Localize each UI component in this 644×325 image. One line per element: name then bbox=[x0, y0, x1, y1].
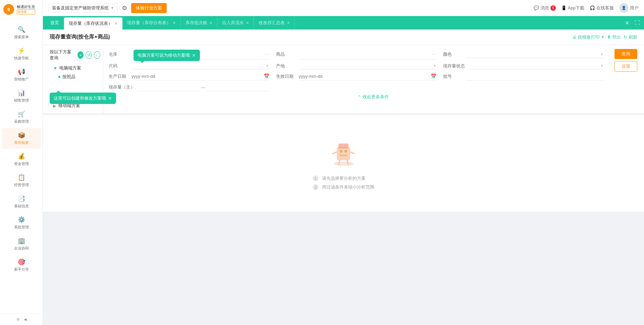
tab-inventory-dist-close[interactable]: ✕ bbox=[173, 21, 176, 25]
sidebar-label-finance: 资金管理 bbox=[14, 161, 29, 166]
sidebar-item-purchase[interactable]: 🛒 采购管理 bbox=[2, 107, 41, 127]
chevron-down-icon: ▼ bbox=[266, 64, 269, 68]
fullscreen-icon[interactable]: ⛶ bbox=[633, 18, 641, 28]
batch-input[interactable] bbox=[466, 72, 604, 80]
tab-batch-ledger[interactable]: 库存批次账 ✕ bbox=[181, 16, 217, 30]
size-select[interactable]: ▼ bbox=[131, 62, 269, 69]
main-area: 装备及固定资产辅助管理系统 ▼ ⚙ 体验行业方案 💬 消息 6 📱 App下载 … bbox=[43, 0, 644, 325]
collapse-icon: ◀ bbox=[24, 317, 26, 322]
tab-recv-summary-label: 收发存汇总表 bbox=[259, 20, 285, 26]
expire-date-input[interactable] bbox=[299, 74, 430, 79]
tab-recv-summary[interactable]: 收发存汇总表 ✕ bbox=[254, 16, 295, 30]
inventory-main-to[interactable] bbox=[207, 83, 269, 91]
chevron-down-icon: ▼ bbox=[111, 6, 114, 10]
export-button[interactable]: ⬆ 导出 bbox=[607, 34, 621, 40]
product-input[interactable] bbox=[299, 50, 431, 58]
sidebar-bottom: ⚙ ◀ bbox=[0, 314, 43, 325]
filter-bottom: ⌃ 收起更多条件 bbox=[109, 91, 637, 103]
empty-tip-2: 用过滤条件来缩小分析范围 bbox=[322, 184, 374, 189]
tooltip-close-2[interactable]: ✕ bbox=[108, 96, 112, 101]
warehouse-dots[interactable]: ··· bbox=[265, 51, 269, 57]
user-label: 用户 bbox=[630, 5, 639, 11]
empty-tip-1: 请先选择要分析的方案 bbox=[322, 176, 366, 181]
sidebar-collapse-btn[interactable]: ◀ bbox=[24, 317, 26, 322]
refresh-button[interactable]: ↻ 刷新 bbox=[624, 34, 637, 40]
support-icon: 🎧 bbox=[590, 5, 595, 10]
chevron-down-icon: ▼ bbox=[600, 52, 604, 56]
tab-inventory-status-close[interactable]: ✕ bbox=[114, 21, 117, 26]
tab-home-label: 首页 bbox=[50, 20, 59, 26]
sidebar-item-search[interactable]: 🔍 搜索菜单 bbox=[2, 22, 41, 43]
expire-date-calendar-icon[interactable]: 📅 bbox=[431, 73, 436, 79]
svg-rect-2 bbox=[338, 144, 348, 149]
industry-plan-button[interactable]: 体验行业方案 bbox=[131, 3, 167, 13]
export-icon: ⬆ bbox=[607, 35, 611, 40]
search-button[interactable]: 查询 bbox=[614, 49, 637, 59]
sidebar-item-sales[interactable]: 📊 销售管理 bbox=[2, 86, 41, 106]
set-button[interactable]: 设置 bbox=[614, 61, 637, 72]
tab-recv-summary-close[interactable]: ✕ bbox=[287, 21, 290, 25]
purchase-icon: 🛒 bbox=[18, 110, 25, 118]
tooltip-close-1[interactable]: ✕ bbox=[192, 53, 196, 58]
sidebar-item-enterprise[interactable]: 🏢 企业协同 bbox=[2, 234, 41, 254]
online-support-btn[interactable]: 🎧 在线客服 bbox=[590, 5, 614, 11]
sidebar-item-marketing[interactable]: 📢 营销推广 bbox=[2, 65, 41, 85]
inventory-main-from[interactable] bbox=[138, 83, 200, 91]
sidebar-item-operation[interactable]: 📋 经营管理 bbox=[2, 170, 41, 191]
origin-select[interactable]: ▼ bbox=[299, 62, 437, 69]
settings-icon: ⚙ bbox=[16, 317, 20, 322]
online-support-label: 在线客服 bbox=[596, 5, 614, 11]
close-all-tabs-icon[interactable]: ✕ bbox=[624, 18, 631, 28]
add-scheme-button[interactable]: + bbox=[77, 51, 84, 59]
tab-batch-ledger-label: 库存批次账 bbox=[185, 20, 207, 26]
user-btn[interactable]: 👤 用户 bbox=[619, 3, 639, 13]
message-badge: 6 bbox=[550, 5, 556, 11]
sidebar-item-guide[interactable]: 🎯 新手引导 bbox=[2, 255, 41, 275]
topbar-settings-icon[interactable]: ⚙ bbox=[122, 4, 127, 12]
message-label: 消息 bbox=[540, 5, 549, 11]
tooltip-create-scheme: 这里可以创建和修改方案哦 ✕ bbox=[50, 93, 116, 104]
prod-date-calendar-icon[interactable]: 📅 bbox=[264, 73, 269, 79]
sidebar-item-quick[interactable]: ⚡ 快捷导航 bbox=[2, 44, 41, 64]
filter-expire-date: 失效日期 📅 bbox=[276, 72, 437, 80]
template-print-button[interactable]: 🖨 按模板打印 ▼ bbox=[572, 34, 604, 40]
tab-batch-ledger-close[interactable]: ✕ bbox=[209, 21, 212, 25]
sidebar-label-basic: 基础信息 bbox=[14, 204, 29, 209]
inv-status-select[interactable]: ▼ bbox=[468, 62, 604, 69]
svg-point-0 bbox=[333, 162, 354, 166]
tab-inout-flow-close[interactable]: ✕ bbox=[246, 21, 249, 25]
system-selector[interactable]: 装备及固定资产辅助管理系统 ▼ bbox=[48, 3, 118, 13]
tab-inventory-dist[interactable]: 现存量（库存分布表） ✕ bbox=[122, 16, 181, 30]
tab-home[interactable]: 首页 bbox=[46, 16, 64, 30]
tooltip-text-1: 电脑方案可设为移动方案哦 bbox=[138, 52, 190, 58]
back-button[interactable]: ← bbox=[94, 51, 100, 59]
scheme-item-default[interactable]: 按照品 bbox=[58, 72, 100, 81]
sidebar-settings-btn[interactable]: ⚙ bbox=[16, 317, 20, 322]
collapse-button[interactable]: ⌃ 收起更多条件 bbox=[358, 94, 389, 100]
logo-icon: 6 bbox=[3, 4, 14, 15]
tab-inout-flow-label: 出入库流水 bbox=[222, 20, 244, 26]
svg-rect-5 bbox=[339, 155, 347, 156]
tabbar: 首页 现存量（库存状况表） ✕ 现存量（库存分布表） ✕ 库存批次账 ✕ 出入库… bbox=[43, 16, 644, 30]
sidebar-item-basic[interactable]: 📑 基础信息 bbox=[2, 192, 41, 212]
sidebar-label-guide: 新手引导 bbox=[14, 267, 29, 272]
message-btn[interactable]: 💬 消息 6 bbox=[534, 5, 556, 11]
sidebar-item-system[interactable]: ⚙️ 系统管理 bbox=[2, 213, 41, 233]
tab-inventory-status[interactable]: 现存量（库存状况表） ✕ bbox=[64, 17, 122, 30]
filter-label: 按以下方案查询 bbox=[50, 49, 75, 61]
sidebar-item-inventory[interactable]: 📦 库存核算 bbox=[2, 128, 41, 149]
empty-illustration bbox=[327, 135, 360, 169]
tab-inout-flow[interactable]: 出入库流水 ✕ bbox=[217, 16, 254, 30]
avatar: 👤 bbox=[619, 3, 629, 13]
filter-color: 颜色 ▼ bbox=[443, 49, 604, 60]
sidebar-label-search: 搜索菜单 bbox=[14, 35, 29, 40]
color-select[interactable]: ▼ bbox=[466, 51, 604, 58]
refresh-scheme-button[interactable]: ↺ bbox=[86, 51, 92, 59]
product-dots[interactable]: ··· bbox=[432, 51, 436, 57]
scheme-item-desktop[interactable]: ▼ 电脑端方案 bbox=[53, 64, 100, 72]
sidebar-label-system: 系统管理 bbox=[14, 225, 29, 230]
filter-inv-status: 现存量状态 ▼ bbox=[443, 62, 604, 69]
app-download-btn[interactable]: 📱 App下载 bbox=[561, 5, 584, 11]
prod-date-input[interactable] bbox=[131, 74, 262, 79]
sidebar-item-finance[interactable]: 💰 资金管理 bbox=[2, 149, 41, 170]
